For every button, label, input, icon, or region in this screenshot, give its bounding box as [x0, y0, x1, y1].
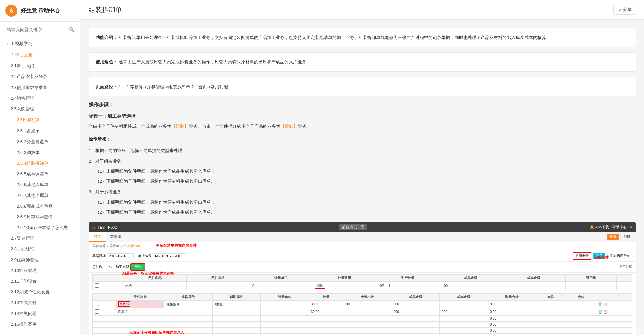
annotation-config: 有装配清单的在这里处理 [156, 243, 197, 248]
app-tab-data[interactable]: 数据组 [106, 232, 126, 242]
role-label: 使用角色： [96, 59, 117, 64]
child-col-qty: 数量 [309, 294, 343, 301]
child-col-spec: 规格型号 [164, 294, 213, 301]
sidebar-item-error[interactable]: 2.6.10库存账本错了怎么办 [0, 222, 80, 233]
minus-icon: － [5, 52, 9, 58]
child-unit-1 [261, 301, 309, 308]
sidebar-item-custom[interactable]: 2.12系统个性化设置 [0, 287, 80, 297]
col-qty: 计量数量 [313, 275, 376, 282]
child-table: 子件名称 规格型号 辅助属性 计量单位 数量 十米小数 成品金额 成本金额 数量… [92, 293, 632, 335]
child-row-4: 0.00 [93, 322, 632, 328]
arrow-free: ↑ [143, 325, 145, 330]
sidebar-item-docs[interactable]: － 2.帮助文档 [0, 49, 80, 61]
sidebar-item-count[interactable]: 2.6.1盘点单 [0, 126, 80, 136]
app-new-btn[interactable]: 新增 [607, 234, 619, 240]
steps-detail: 操作步骤： 1、根据不同的业务，选择不同单据的类型来处理 2、对于组装业务 （1… [89, 135, 636, 217]
steps-title: 操作步骤： [89, 102, 636, 108]
sidebar-header: 6 好生意 帮助中心 [0, 0, 80, 22]
sidebar-item-mobile[interactable]: 2.8手机旺铺 [0, 244, 80, 255]
child-qty-2: 30.00 [309, 308, 343, 316]
role-block: 使用角色： 通常由生产人员或库管人员完成拆装业务的操作，库管人员确认原材料的出库… [89, 52, 636, 71]
col-parent-spec: 父件规格 [186, 275, 250, 282]
child-act-1: 🗑️ 📋 [596, 301, 632, 308]
app-topbar-center: 前数测试一天 [119, 224, 587, 230]
child-attr-2 [212, 308, 261, 316]
apply-btn[interactable]: 启用申请 [573, 252, 591, 260]
sidebar-item-inventory[interactable]: － 2.6库存核算 [0, 114, 80, 126]
child-col-unit: 计量单位 [261, 294, 309, 301]
scene1-desc: 当由多个子件材料组装成一个成品的业务为【组装】业务，当由一个父件拆分成多个子产品… [89, 122, 636, 131]
sidebar-item-prepare[interactable]: 2.3使用前数据准备 [0, 82, 80, 93]
main-content: 组装拆卸单 ↗ 分享 功能介绍： 组装拆卸单用来处理企业组装或拆卸等加工业务，支… [80, 0, 644, 335]
app-test-label: TEST-H002 [98, 225, 117, 229]
plus-icon: ＋ [5, 41, 9, 47]
confirm2-btn[interactable]: 完美启用所有 [607, 253, 632, 259]
sidebar-item-payment[interactable]: 2.13在线支付 [0, 297, 80, 308]
sidebar-item-cases[interactable]: 2.15操作案例 [0, 319, 80, 330]
qty-value: 组织 [315, 283, 325, 289]
sidebar-item-purchase[interactable]: 2.5采购管理 [0, 104, 80, 114]
search-button[interactable]: 🔍 [68, 26, 76, 34]
sidebar-item-video[interactable]: ＋ 1.视频学习 [0, 38, 80, 49]
sidebar-item-other-out[interactable]: 2.6.7其他出库单 [0, 190, 80, 201]
share-button[interactable]: ↗ 分享 [613, 5, 636, 15]
sidebar-item-install[interactable]: 2.2产品安装及登录 [0, 71, 80, 82]
row-parent-name: 木头 [123, 282, 186, 290]
logo-icon: 6 [5, 5, 17, 17]
sidebar-item-voucher[interactable]: 2.9优惠券管理 [0, 255, 80, 265]
page-header: 组装拆卸单 ↗ 分享 [80, 0, 644, 20]
annotation-type: 组装业务、拆卸业务在这里选择 [122, 271, 174, 276]
sidebar-item-cost-adjust[interactable]: 2.6.5成本调整单 [0, 169, 80, 179]
sidebar-item-operations[interactable]: 2.10经营管理 [0, 265, 80, 276]
sidebar-item-cost-recalc[interactable]: 2.6.8商品成本重算 [0, 201, 80, 212]
child-loc1-1 [536, 301, 566, 308]
app-topbar: 6 TEST-H002 前数测试一天 🔔 App下载 帮助中心 × [89, 222, 636, 232]
app-tab-active[interactable]: 自贡 [89, 232, 106, 242]
sidebar-item-adjust[interactable]: 2.6.3调拨单 [0, 147, 80, 158]
child-total-1: 0.00 [488, 301, 536, 308]
nav-sub-docs: 2.1新手入门 2.2产品安装及登录 2.3使用前数据准备 2.4销售管理 2.… [0, 61, 80, 330]
number-input[interactable] [153, 253, 186, 259]
intro-text: 组装拆卸单用来处理企业组装或拆卸等加工业务，支持有固定装配清单的产品加工业务，也… [119, 35, 550, 40]
child-sub-qty-1: 100 [343, 301, 391, 308]
sidebar-item-print[interactable]: 2.11打印设置 [0, 276, 80, 287]
child-prod-1: 900 [391, 301, 440, 308]
steps-section: 操作步骤： 场景一：加工类型选择 当由多个子件材料组装成一个成品的业务为【组装】… [89, 102, 636, 335]
path-block: 页面路径： 1、库存核算->库存管理->组装拆卸单 2、首页->常用功能 [89, 77, 636, 96]
app-logo: 6 [92, 225, 95, 230]
child-col-total: 数量合计 [488, 294, 536, 301]
logo-text: 好生意 帮助中心 [21, 7, 60, 14]
sidebar-item-split-count[interactable]: 2.6.2分量盘点单 [0, 136, 80, 147]
child-prod-2: 900 [391, 308, 440, 316]
sidebar-item-other-in[interactable]: 2.6.6其他入库单 [0, 179, 80, 190]
content-area: 功能介绍： 组装拆卸单用来处理企业组装或拆卸等加工业务，支持有固定装配清单的产品… [80, 20, 644, 335]
sidebar-item-newbie[interactable]: 2.1新手入门 [0, 61, 80, 71]
sidebar-item-faq[interactable]: 2.14常见问题 [0, 308, 80, 319]
child-check-1[interactable] [95, 302, 99, 306]
minus-icon-inventory: － [11, 117, 15, 123]
intro-block: 功能介绍： 组装拆卸单用来处理企业组装或拆卸等加工业务，支持有固定装配清单的产品… [89, 28, 636, 47]
child-col-name: 子件名称 [116, 294, 164, 301]
search-input[interactable] [4, 25, 66, 34]
row-checkbox[interactable] [95, 283, 99, 288]
child-check-2[interactable] [95, 309, 99, 314]
app-tab-actions: 新增 刷新 [126, 232, 636, 242]
sidebar-item-assembly[interactable]: 2.6.4组装拆卸单 [0, 158, 80, 169]
sidebar-item-stock-check[interactable]: 2.6.9库存账本查询 [0, 212, 80, 222]
row-action [616, 282, 632, 290]
child-loc2-1 [566, 301, 596, 308]
date-input[interactable] [107, 253, 134, 259]
sidebar-item-sales[interactable]: 2.4销售管理 [0, 93, 80, 104]
app-icons: 🔔 App下载 帮助中心 × [590, 225, 632, 230]
child-col-cost-amt: 成本金额 [440, 294, 488, 301]
app-refresh-btn[interactable]: 刷新 [620, 234, 633, 240]
col-cost-amt: 成本金额 [502, 275, 565, 282]
page-title: 组装拆卸单 [89, 5, 122, 14]
child-name-1: 红色/S [116, 301, 164, 308]
search-box: 🔍 [0, 22, 80, 38]
col-prod-amt: 成品金额 [439, 275, 502, 282]
sidebar-item-finance[interactable]: 2.7资金管理 [0, 233, 80, 244]
row-cost-amt [502, 282, 565, 290]
child-table-section: 子件名称 规格型号 辅助属性 计量单位 数量 十米小数 成品金额 成本金额 数量… [89, 292, 636, 335]
child-total-2: 0.00 [488, 308, 536, 316]
